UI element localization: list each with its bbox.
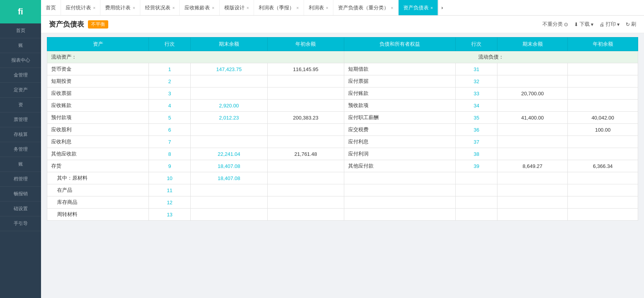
tab-expense-stats[interactable]: 费用统计表 ×	[100, 0, 140, 16]
balance-sheet-table: 资产 行次 期末余额 年初余额 负债和所有者权益 行次 期末余额 年初余额 流动…	[47, 37, 638, 221]
row-number2: 35	[456, 112, 497, 124]
col-row-num2: 行次	[456, 37, 497, 51]
end-balance2-cell	[497, 75, 568, 87]
sidebar-item-report-center[interactable]: 报表中心	[0, 53, 41, 68]
year-balance2-cell	[568, 172, 638, 184]
year-balance-cell: 200,383.23	[267, 112, 344, 124]
refresh-label: 刷	[631, 21, 636, 28]
print-label: 打印	[606, 21, 616, 28]
tab-receivable-aging[interactable]: 应收账龄表 ×	[180, 0, 219, 16]
sidebar-item-finance[interactable]: 金管理	[0, 68, 41, 83]
refresh-action[interactable]: ↻ 刷	[626, 21, 636, 28]
close-icon[interactable]: ×	[212, 5, 214, 10]
tab-payable-stats-label: 应付统计表	[66, 4, 91, 11]
table-row: 应收账款 4 2,920.00 预收款项 34	[47, 100, 638, 112]
close-icon[interactable]: ×	[431, 5, 433, 10]
col-end-balance2: 期末余额	[497, 37, 568, 51]
row-number: 1	[149, 63, 191, 75]
download-action[interactable]: ⬇ 下载 ▾	[574, 21, 594, 28]
year-balance2-cell: 6,366.34	[568, 160, 638, 172]
table-row: 应收股利 6 应交税费 36 100.00	[47, 124, 638, 136]
row-number: 9	[149, 160, 191, 172]
end-balance2-cell: 8,649.27	[497, 160, 568, 172]
end-balance-value[interactable]: 147,423.75	[216, 66, 242, 72]
sidebar-item-account[interactable]: 账	[0, 38, 41, 53]
row-number: 7	[149, 136, 191, 148]
liability-name	[344, 209, 455, 221]
liability-name: 应付利润	[344, 148, 455, 160]
sidebar-item-inventory[interactable]: 存核算	[0, 127, 41, 142]
row-number: 12	[149, 196, 191, 209]
tab-payable-stats[interactable]: 应付统计表 ×	[61, 0, 100, 16]
print-icon: 🖨	[599, 21, 605, 27]
sidebar-item-settings[interactable]: 础设置	[0, 202, 41, 216]
download-label: 下载	[580, 21, 590, 28]
sidebar-item-invoice[interactable]: 票管理	[0, 112, 41, 127]
year-balance2-value: 6,366.34	[593, 163, 613, 169]
tab-arrow-right[interactable]: ›	[438, 0, 446, 16]
row-number2: 34	[456, 100, 497, 112]
end-balance-cell	[191, 184, 267, 196]
refresh-icon: ↻	[626, 21, 630, 27]
sidebar-item-guide[interactable]: 手引导	[0, 216, 41, 231]
tab-expense-stats-label: 费用统计表	[105, 4, 131, 11]
close-icon[interactable]: ×	[93, 5, 95, 10]
print-action[interactable]: 🖨 打印 ▾	[599, 21, 620, 28]
end-balance2-cell	[497, 63, 568, 75]
sidebar-item-archive[interactable]: 档管理	[0, 172, 41, 187]
asset-name: 货币资金	[47, 63, 149, 75]
page-header: 资产负债表 不平衡 不重分类 ⊙ ⬇ 下载 ▾ 🖨 打印 ▾ ↻ 刷	[41, 16, 644, 33]
tab-profit-quarterly[interactable]: 利润表（季报） ×	[254, 0, 304, 16]
sidebar-item-expense[interactable]: 畅报销	[0, 187, 41, 202]
close-icon[interactable]: ×	[172, 5, 175, 10]
year-balance2-cell	[568, 148, 638, 160]
sidebar-item-fixed-assets[interactable]: 定资产	[0, 83, 41, 98]
asset-name: 短期投资	[47, 75, 149, 87]
sidebar-item-investment[interactable]: 资	[0, 98, 41, 112]
chevron-down-icon: ▾	[617, 21, 620, 27]
close-icon[interactable]: ×	[247, 5, 249, 10]
close-icon[interactable]: ×	[326, 5, 328, 10]
tab-home[interactable]: 首页	[41, 0, 61, 16]
year-balance2-cell	[568, 196, 638, 209]
year-balance-cell	[267, 196, 344, 209]
col-row-num: 行次	[149, 37, 191, 51]
end-balance-value[interactable]: 18,407.08	[218, 163, 240, 169]
sidebar-item-home[interactable]: 首页	[0, 23, 41, 38]
end-balance-value[interactable]: 2,920.00	[219, 103, 239, 109]
no-reclassify-action[interactable]: 不重分类 ⊙	[542, 21, 568, 28]
end-balance2-value: 20,700.00	[521, 91, 544, 96]
liability-name: 应付职工薪酬	[344, 112, 455, 124]
tab-balance[interactable]: 资产负债表 ×	[399, 0, 438, 16]
liability-name: 应交税费	[344, 124, 455, 136]
liability-name	[344, 196, 455, 209]
end-balance-cell	[191, 87, 267, 100]
table-row: 库存商品 12	[47, 196, 638, 209]
end-balance2-cell: 20,700.00	[497, 87, 568, 100]
sidebar-item-affairs[interactable]: 务管理	[0, 142, 41, 157]
liability-name: 应付账款	[344, 87, 455, 100]
tab-balance-reclassified[interactable]: 资产负债表（重分类） ×	[333, 0, 398, 16]
tab-operations[interactable]: 经营状况表 ×	[140, 0, 180, 16]
end-balance-value[interactable]: 22,241.04	[218, 151, 240, 157]
col-year-start2: 年初余额	[568, 37, 638, 51]
row-number2	[456, 196, 497, 209]
close-icon[interactable]: ×	[296, 5, 299, 10]
end-balance-value[interactable]: 18,407.08	[218, 175, 240, 181]
tab-profit[interactable]: 利润表 ×	[304, 0, 333, 16]
row-number: 4	[149, 100, 191, 112]
close-icon[interactable]: ×	[391, 5, 393, 10]
sidebar-item-ledger[interactable]: 账	[0, 157, 41, 172]
row-number: 8	[149, 148, 191, 160]
end-balance2-cell	[497, 209, 568, 221]
end-balance-value[interactable]: 2,012.23	[219, 115, 239, 121]
end-balance-cell	[191, 136, 267, 148]
row-number2: 38	[456, 148, 497, 160]
tab-profit-label: 利润表	[309, 4, 324, 11]
close-icon[interactable]: ×	[132, 5, 135, 10]
row-number2	[456, 209, 497, 221]
liability-name: 应付利息	[344, 136, 455, 148]
year-balance-cell	[267, 184, 344, 196]
tab-template-design[interactable]: 模版设计 ×	[220, 0, 254, 16]
help-icon[interactable]: ⊙	[564, 21, 568, 27]
